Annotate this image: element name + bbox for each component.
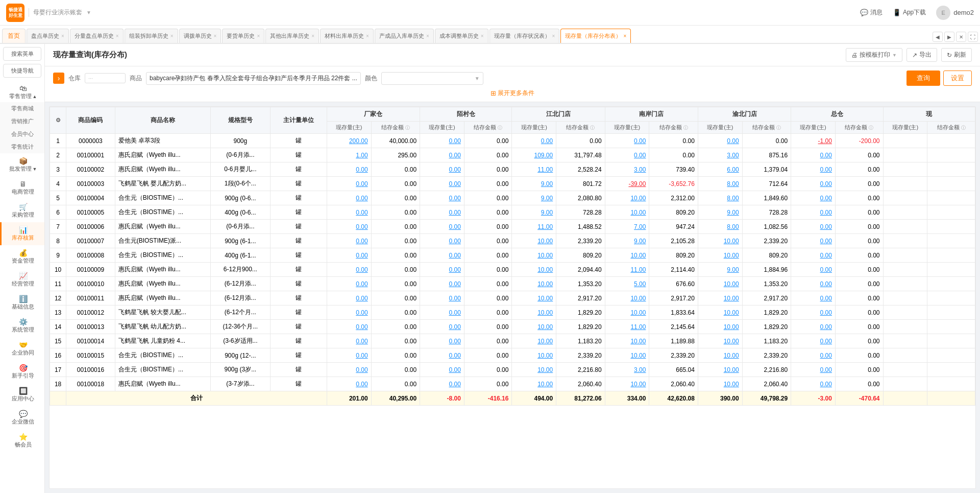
sidebar-item-guide[interactable]: 🎯 新手引导 bbox=[0, 360, 44, 383]
table-row: 5 00100004 合生元（BIOSTIME）... 900g (0-6...… bbox=[50, 191, 975, 205]
expand-more-btn[interactable]: ⊞ 展开更多条件 bbox=[491, 89, 534, 98]
sidebar-item-retail[interactable]: 🛍 零售管理 ▲ bbox=[0, 80, 44, 102]
table-row: 10 00100009 惠氏启赋（Wyeth illu... 6-12月900.… bbox=[50, 263, 975, 277]
col-nanan-header: 南岸门店 bbox=[605, 107, 698, 122]
tab-11-active[interactable]: 现存量（库存分布表） × bbox=[560, 29, 631, 43]
print-btn[interactable]: 🖨 按模板打印 ▼ bbox=[846, 48, 902, 62]
sidebar-item-marketing[interactable]: 营销推广 bbox=[0, 115, 44, 128]
tab-prev-btn[interactable]: ◀ bbox=[933, 32, 943, 42]
tab-next-btn[interactable]: ▶ bbox=[944, 32, 954, 42]
tab-3[interactable]: 组装拆卸单历史 × bbox=[125, 29, 178, 43]
table-row: 14 00100013 飞鹤星飞帆 幼儿配方奶... (12-36个月... 罐… bbox=[50, 320, 975, 334]
sidebar-item-retail-shop[interactable]: 零售商城 bbox=[0, 102, 44, 115]
quick-nav-btn[interactable]: 快捷导航 bbox=[3, 64, 41, 78]
tab-6[interactable]: 其他出库单历史 × bbox=[265, 29, 319, 43]
total-row: 合计 201.00 40,295.00 -8.00 -416.16 494.00… bbox=[50, 391, 975, 406]
tab-expand-btn[interactable]: ⛶ bbox=[968, 32, 978, 42]
tab-home[interactable]: 首页 bbox=[2, 29, 26, 43]
refresh-btn[interactable]: ↻ 刷新 bbox=[941, 48, 972, 62]
tab-7[interactable]: 材料出库单历史 × bbox=[320, 29, 374, 43]
tab-10[interactable]: 现存量（库存状况表） × bbox=[489, 29, 560, 43]
sidebar-item-sys[interactable]: ⚙️ 系统管理 bbox=[0, 314, 44, 337]
col-current-header: 现 bbox=[883, 107, 975, 122]
col-factory-header: 厂家仓 bbox=[327, 107, 420, 122]
col-name-header: 商品名称 bbox=[115, 107, 210, 134]
table-row: 2 00100001 惠氏启赋（Wyeth illu... (0-6月添... … bbox=[50, 148, 975, 162]
table-row: 15 00100014 飞鹤星飞帆 儿童奶粉 4... (3-6岁适用... 罐… bbox=[50, 334, 975, 348]
warehouse-label: 仓库 bbox=[68, 74, 81, 83]
sidebar-item-inventory[interactable]: 📊 库存核算 bbox=[0, 222, 44, 245]
user-avatar: E bbox=[936, 6, 950, 20]
tab-5[interactable]: 要货单历史 × bbox=[222, 29, 264, 43]
sidebar-item-basic[interactable]: ℹ️ 基础信息 bbox=[0, 291, 44, 314]
warehouse-input[interactable]: ··· bbox=[85, 73, 126, 83]
table-row: 1 0000003 爱他美 卓萃3段 900g 罐 200.00 40,000.… bbox=[50, 134, 975, 148]
user-name: demo2 bbox=[953, 9, 974, 16]
logo-icon: 畅捷通好生意 bbox=[6, 4, 24, 22]
sidebar-item-apps[interactable]: 🔲 应用中心 bbox=[0, 383, 44, 406]
table-row: 13 00100012 飞鹤星飞帆 较大婴儿配... (6-12个月... 罐 … bbox=[50, 306, 975, 320]
app-download-btn[interactable]: 📱 App下载 bbox=[893, 8, 926, 17]
search-single-btn[interactable]: 搜索英单 bbox=[3, 47, 41, 61]
sidebar-item-finance[interactable]: 💰 资金管理 bbox=[0, 245, 44, 268]
sidebar-item-wechat[interactable]: 💬 企业微信 bbox=[0, 406, 44, 429]
tab-2[interactable]: 分量盘点单历史 × bbox=[70, 29, 124, 43]
col-mocun-header: 陌村仓 bbox=[420, 107, 512, 122]
table-row: 18 00100018 惠氏启赋（Wyeth illu... (3-7岁添...… bbox=[50, 377, 975, 391]
sidebar-item-vip[interactable]: ⭐ 畅会员 bbox=[0, 429, 44, 452]
col-code-header: 商品编码 bbox=[66, 107, 115, 134]
color-label: 颜色 bbox=[365, 74, 377, 83]
export-btn[interactable]: ↗ 导出 bbox=[906, 48, 937, 62]
table-row: 7 00100006 惠氏启赋（Wyeth illu... (0-6月添... … bbox=[50, 220, 975, 234]
product-input[interactable]: babycare孕妇待产包 春季入院全套母子组合孕妇产后冬季月子用品 22件套 … bbox=[146, 72, 361, 85]
col-spec-header: 规格型号 bbox=[210, 107, 271, 134]
sidebar-item-ecom[interactable]: 🖥 电商管理 bbox=[0, 176, 44, 199]
color-input[interactable]: ▼ bbox=[381, 72, 483, 85]
sidebar-item-wholesale[interactable]: 📦 批发管理 ▼ bbox=[0, 153, 44, 176]
sidebar-item-purchase[interactable]: 🛒 采购管理 bbox=[0, 199, 44, 222]
data-table: ⚙ 商品编码 商品名称 规格型号 主计量单位 厂家仓 陌村仓 江北门店 南岸门店… bbox=[50, 107, 975, 406]
table-row: 6 00100005 合生元（BIOSTIME）... 400g (0-6...… bbox=[50, 205, 975, 220]
table-row: 16 00100015 合生元（BIOSTIME）... 900g (12-..… bbox=[50, 348, 975, 363]
setting-btn[interactable]: 设置 bbox=[943, 71, 972, 86]
product-label: 商品 bbox=[130, 74, 142, 83]
dropdown-arrow[interactable]: ▼ bbox=[86, 10, 91, 15]
user-info[interactable]: E demo2 bbox=[936, 6, 974, 20]
table-row: 8 00100007 合生元(BIOSTIME)派... 900g (6-1..… bbox=[50, 234, 975, 248]
tab-close-all-btn[interactable]: ✕ bbox=[956, 32, 966, 42]
table-row: 9 00100008 合生元（BIOSTIME）... 400g (6-1...… bbox=[50, 248, 975, 263]
search-btn[interactable]: 查询 bbox=[906, 71, 940, 86]
logo-subtitle: 母婴行业演示账套 bbox=[29, 8, 82, 17]
col-jiangbei-header: 江北门店 bbox=[512, 107, 605, 122]
message-btn[interactable]: 💬 消息 bbox=[860, 8, 883, 17]
table-row: 3 00100002 惠氏启赋（Wyeth illu... 0-6月婴儿... … bbox=[50, 162, 975, 177]
col-total-header: 总仓 bbox=[791, 107, 883, 122]
sidebar-item-ops[interactable]: 📈 经营管理 bbox=[0, 268, 44, 291]
tab-8[interactable]: 产成品入库单历史 × bbox=[375, 29, 434, 43]
sidebar-item-corp[interactable]: 🤝 企业协同 bbox=[0, 337, 44, 360]
col-unit-header: 主计量单位 bbox=[271, 107, 327, 134]
col-settings[interactable]: ⚙ bbox=[50, 107, 66, 134]
tab-9[interactable]: 成本调整单历史 × bbox=[435, 29, 488, 43]
table-row: 12 00100011 惠氏启赋（Wyeth illu... (6-12月添..… bbox=[50, 291, 975, 306]
sidebar-item-member[interactable]: 会员中心 bbox=[0, 128, 44, 140]
tab-1[interactable]: 盘点单历史 × bbox=[27, 29, 69, 43]
table-row: 11 00100010 惠氏启赋（Wyeth illu... (6-12月添..… bbox=[50, 277, 975, 291]
tab-4[interactable]: 调拨单历史 × bbox=[179, 29, 222, 43]
expand-toggle-btn[interactable]: › bbox=[53, 73, 64, 84]
page-title: 现存量查询(库存分布) bbox=[53, 50, 127, 60]
sidebar-item-retail-stat[interactable]: 零售统计 bbox=[0, 140, 44, 153]
col-yubei-header: 渝北门店 bbox=[698, 107, 791, 122]
table-row: 4 00100003 飞鹤星飞帆 婴儿配方奶... 1段(0-6个... 罐 0… bbox=[50, 177, 975, 191]
table-row: 17 00100016 合生元（BIOSTIME）... 900g (3岁...… bbox=[50, 363, 975, 377]
